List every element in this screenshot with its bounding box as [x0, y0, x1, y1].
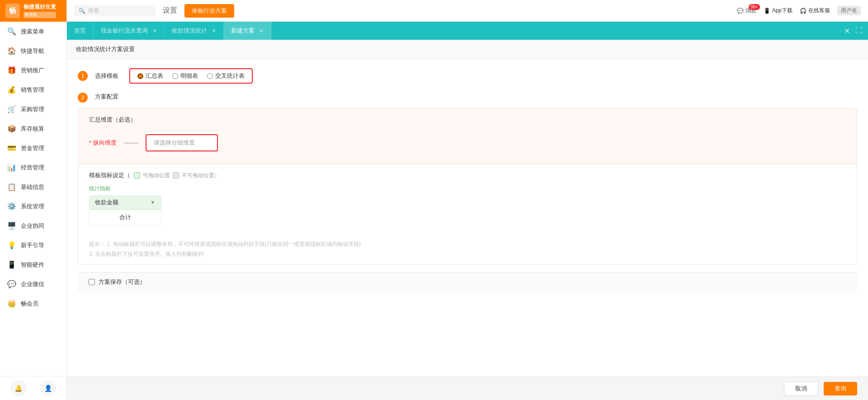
- not-draggable-hint-text: 不可拖动位置）: [182, 172, 220, 179]
- search-box[interactable]: 🔍 搜索: [74, 5, 156, 16]
- tab-label: 新建方案: [231, 27, 255, 35]
- step2-badge: 2: [78, 93, 88, 103]
- tab-现金银行流水查询[interactable]: 现金银行流水查询✕: [94, 22, 165, 40]
- dimension-content: * 纵向维度 —— 请选择分组维度: [89, 129, 846, 156]
- sidebar-item-label: 新手引导: [21, 241, 44, 249]
- step1-badge: 1: [78, 71, 88, 81]
- sidebar-item-资金管理[interactable]: 💳资金管理: [0, 138, 66, 158]
- tab-close-window-icon[interactable]: ✕: [844, 27, 850, 35]
- message-btn[interactable]: 💬 消息 99+: [737, 7, 756, 14]
- not-draggable-chip: [173, 172, 179, 179]
- dimension-section: 汇总维度（必选） * 纵向维度 —— 请选择分组维度: [78, 108, 857, 164]
- footer-btn-1[interactable]: 🔔: [10, 380, 27, 396]
- industry-btn[interactable]: 体验行业方案: [184, 4, 234, 18]
- sidebar-item-label: 资金管理: [21, 144, 44, 152]
- dimension-row-label: * 纵向维度: [89, 139, 117, 147]
- radio-detail[interactable]: 明细表: [172, 72, 198, 80]
- sidebar-item-智能硬件[interactable]: 📱智能硬件: [0, 255, 66, 274]
- save-checkbox[interactable]: [89, 279, 95, 285]
- step2-label: 方案配置: [95, 93, 118, 101]
- content-inner: 收款情况统计方案设置 1 选择模板 汇总表 明细表: [67, 40, 868, 376]
- radio-summary[interactable]: 汇总表: [137, 72, 163, 80]
- top-bar: 🔍 搜索 设置 体验行业方案 💬 消息 99+ 📱 App下载 🎧 在线客服 用…: [67, 0, 868, 22]
- sidebar-item-label: 智能硬件: [21, 261, 44, 269]
- sidebar-item-label: 销售管理: [21, 86, 44, 94]
- sidebar-item-label: 搜索菜单: [21, 28, 44, 36]
- sidebar-item-销售管理[interactable]: 💰销售管理: [0, 80, 66, 99]
- sidebar-item-label: 系统管理: [21, 202, 44, 211]
- radio-cross[interactable]: 交叉统计表: [207, 72, 245, 80]
- cancel-button[interactable]: 取消: [784, 381, 818, 396]
- tab-新建方案[interactable]: 新建方案✕: [224, 22, 271, 40]
- metrics-config-label: 模板指标设定（ 可拖动位置 不可拖动位置）: [89, 171, 846, 179]
- sidebar-item-label: 经营管理: [21, 164, 44, 172]
- tip-line2: 2. 点击标题栏下拉可设置排序、插入列和删除列: [89, 249, 846, 259]
- sidebar-item-营销推广[interactable]: 🎁营销推广: [0, 61, 66, 80]
- tab-close-icon[interactable]: ✕: [212, 28, 216, 34]
- dimension-title: 汇总维度（必选）: [89, 116, 846, 124]
- sidebar-item-库存核算[interactable]: 📦库存核算: [0, 119, 66, 138]
- sidebar-icon: 🎁: [7, 66, 16, 75]
- radio-cross-label: 交叉统计表: [215, 72, 245, 80]
- sidebar-icon: 🛒: [7, 105, 16, 113]
- sidebar-item-经营管理[interactable]: 📊经营管理: [0, 158, 66, 177]
- sidebar-icon: 👑: [7, 299, 16, 308]
- step2-row: 2 方案配置: [78, 93, 857, 103]
- sidebar: 畅 畅捷通好生意 标准版 🔍搜索菜单🏠快捷导航🎁营销推广💰销售管理🛒采购管理📦库…: [0, 0, 67, 400]
- sidebar-icon: 💡: [7, 241, 16, 249]
- metrics-total-row: 合计: [90, 210, 161, 225]
- sidebar-item-企业协同[interactable]: 🖥️企业协同: [0, 216, 66, 235]
- sidebar-nav: 🔍搜索菜单🏠快捷导航🎁营销推广💰销售管理🛒采购管理📦库存核算💳资金管理📊经营管理…: [0, 22, 66, 376]
- sidebar-item-快捷导航[interactable]: 🏠快捷导航: [0, 41, 66, 61]
- gear-icon[interactable]: 设置: [163, 6, 177, 15]
- sidebar-item-企业微信[interactable]: 💬企业微信: [0, 274, 66, 294]
- tab-label: 首页: [74, 27, 86, 35]
- download-btn[interactable]: 📱 App下载: [764, 7, 793, 14]
- footer-btn-2[interactable]: 👤: [40, 380, 56, 396]
- draggable-hint: 可拖动位置 不可拖动位置）: [134, 172, 220, 179]
- tab-收款情况统计[interactable]: 收款情况统计✕: [165, 22, 224, 40]
- tab-close-icon[interactable]: ✕: [259, 28, 264, 34]
- sidebar-item-基础信息[interactable]: 📋基础信息: [0, 177, 66, 197]
- service-btn[interactable]: 🎧 在线客服: [800, 7, 830, 14]
- sidebar-item-采购管理[interactable]: 🛒采购管理: [0, 99, 66, 119]
- radio-summary-label: 汇总表: [146, 72, 163, 80]
- sidebar-icon: 🖥️: [7, 221, 16, 230]
- sidebar-icon: 💰: [7, 85, 16, 94]
- draggable-chip: [134, 172, 140, 179]
- sidebar-item-新手引导[interactable]: 💡新手引导: [0, 235, 66, 255]
- sidebar-icon: 💳: [7, 144, 16, 152]
- tab-maximize-icon[interactable]: ⛶: [855, 27, 863, 35]
- template-select: 汇总表 明细表 交叉统计表: [129, 68, 253, 84]
- metrics-dropdown-icon[interactable]: ▼: [150, 199, 156, 206]
- page-title: 收款情况统计方案设置: [67, 40, 868, 59]
- metrics-config-text: 模板指标设定（: [89, 171, 130, 179]
- message-badge: 99+: [749, 4, 760, 10]
- sidebar-icon: 📱: [7, 260, 16, 269]
- save-label: 方案保存（可选）: [99, 278, 146, 286]
- sidebar-item-畅会员[interactable]: 👑畅会员: [0, 294, 66, 313]
- sidebar-icon: ⚙️: [7, 202, 16, 211]
- sidebar-item-系统管理[interactable]: ⚙️系统管理: [0, 197, 66, 216]
- tab-close-icon[interactable]: ✕: [152, 28, 157, 34]
- content-area: 收款情况统计方案设置 1 选择模板 汇总表 明细表: [67, 40, 868, 376]
- sidebar-footer: 🔔 👤: [0, 376, 66, 400]
- sidebar-item-搜索菜单[interactable]: 🔍搜索菜单: [0, 22, 66, 41]
- main-area: 🔍 搜索 设置 体验行业方案 💬 消息 99+ 📱 App下载 🎧 在线客服 用…: [67, 0, 868, 400]
- metrics-header-row[interactable]: 收款金额 ▼: [90, 196, 161, 210]
- user-avatar[interactable]: 用户名: [837, 6, 861, 15]
- dimension-input-box[interactable]: 请选择分组维度: [146, 134, 218, 151]
- metrics-container: 收款金额 ▼ 合计: [89, 195, 161, 226]
- sidebar-icon: 🔍: [7, 27, 16, 36]
- tab-首页[interactable]: 首页: [67, 22, 94, 40]
- tab-bar: 首页现金银行流水查询✕收款情况统计✕新建方案✕ ✕ ⛶: [67, 22, 868, 40]
- sidebar-item-label: 采购管理: [21, 105, 44, 113]
- tips-section: 提示： 1. 拖动标题栏可以调整布局，不可跨维度或指标区域拖动列目字段(只能在同…: [78, 234, 857, 264]
- query-button[interactable]: 查询: [824, 382, 857, 395]
- tip-line1: 提示： 1. 拖动标题栏可以调整布局，不可跨维度或指标区域拖动列目字段(只能在同…: [89, 240, 846, 249]
- radio-detail-label: 明细表: [180, 72, 198, 80]
- search-placeholder: 搜索: [88, 7, 99, 14]
- logo-text: 畅捷通好生意 标准版: [24, 4, 56, 18]
- sidebar-logo: 畅 畅捷通好生意 标准版: [0, 0, 66, 22]
- download-icon: 📱: [764, 8, 770, 14]
